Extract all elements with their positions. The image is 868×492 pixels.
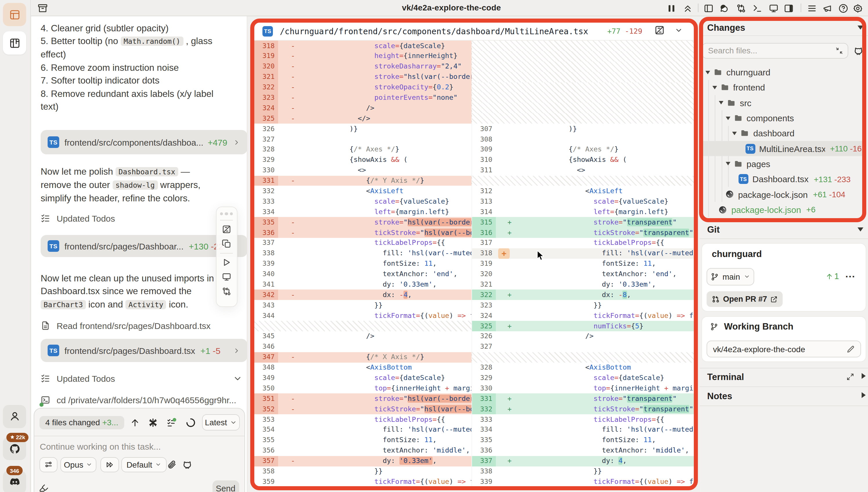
- code-line: fill: 'hsl(var(--muted-foreground))',: [278, 425, 471, 435]
- tree-item-pages[interactable]: pages: [700, 156, 866, 172]
- diff-deleted-cell: 335- stroke="hsl(var(--border))": [254, 217, 471, 227]
- settings-gear-icon[interactable]: [852, 3, 863, 13]
- code-line: scale={dateScale}: [278, 373, 471, 383]
- list-checks-dot-icon[interactable]: [166, 417, 176, 427]
- diff-square-icon[interactable]: [654, 25, 665, 38]
- fast-forward-button[interactable]: [100, 457, 119, 472]
- caret-down-icon[interactable]: [726, 162, 730, 166]
- monitor-icon[interactable]: [769, 3, 779, 13]
- copy-icon: [222, 239, 231, 249]
- caret-down-icon[interactable]: [705, 71, 710, 74]
- github-badge: 22k: [6, 433, 29, 442]
- rail-button-account[interactable]: [3, 405, 26, 428]
- caret-down-icon[interactable]: [712, 86, 717, 89]
- panel-right-filled-icon[interactable]: [784, 3, 794, 13]
- tree-item-churnguard[interactable]: churnguard: [700, 65, 866, 80]
- line-number: 354: [254, 425, 278, 435]
- git-compare-icon[interactable]: [736, 3, 746, 13]
- send-button[interactable]: Send: [212, 481, 239, 492]
- expand-terminal-icon[interactable]: [862, 373, 866, 379]
- diff-context-cell: 312 <AxisLeft: [471, 186, 695, 196]
- file-change-chip[interactable]: TSfrontend/src/components/dashboa...+479: [41, 130, 247, 154]
- composer-settings-button[interactable]: [40, 457, 57, 472]
- tree-item-package-lock-json[interactable]: package-lock.json+61 -104: [700, 187, 866, 202]
- terminal-prompt-icon[interactable]: [752, 3, 762, 13]
- titlebar: vk/4e2a-explore-the-code: [0, 0, 868, 16]
- chevron-right-icon[interactable]: [233, 139, 240, 146]
- collapse-changes-icon[interactable]: [858, 25, 863, 29]
- git-compare-button[interactable]: [218, 284, 235, 299]
- tool-call-row[interactable]: Updated Todos: [41, 212, 242, 224]
- menu-icon[interactable]: [807, 3, 817, 13]
- play-button[interactable]: [218, 255, 235, 270]
- working-branch-input[interactable]: vk/4e2a-explore-the-code: [707, 341, 861, 358]
- tool-call-row[interactable]: Updated Todos: [41, 372, 242, 385]
- folder-icon: [713, 68, 722, 77]
- archive-icon[interactable]: [38, 3, 48, 13]
- panel-left-icon[interactable]: [704, 3, 713, 13]
- search-files-input[interactable]: Search files...: [702, 43, 848, 58]
- minimize-icon[interactable]: [836, 47, 843, 54]
- highlighter-icon[interactable]: [39, 483, 49, 492]
- composer-input[interactable]: Continue working on this task...: [40, 442, 161, 451]
- branch-select[interactable]: main: [707, 268, 754, 285]
- expand-icon[interactable]: [846, 373, 854, 380]
- tool-call-row[interactable]: Read frontend/src/pages/Dashboard.tsx: [41, 320, 242, 332]
- diff-deleted-cell: 320- strokeDasharray="2,4": [254, 62, 471, 72]
- chevron-down-icon[interactable]: [675, 26, 683, 36]
- caret-down-icon[interactable]: [726, 116, 730, 120]
- divider: [700, 405, 868, 406]
- pencil-icon[interactable]: [846, 345, 855, 353]
- pause-icon[interactable]: [666, 3, 676, 13]
- tree-item-src[interactable]: src: [700, 95, 866, 110]
- arrow-up-icon[interactable]: [130, 417, 140, 427]
- add-comment-button[interactable]: +: [498, 248, 510, 259]
- cat-icon[interactable]: [182, 460, 192, 469]
- copy-button[interactable]: [218, 237, 235, 251]
- diff-filler-cell: [471, 82, 695, 93]
- mode-select[interactable]: Default: [121, 457, 167, 472]
- paperclip-icon[interactable]: [167, 460, 177, 470]
- tool-call-row[interactable]: cd /private/var/folders/10/h7w0q46556ggr…: [41, 394, 242, 406]
- collapse-git-icon[interactable]: [858, 227, 863, 231]
- megaphone-icon[interactable]: [823, 3, 832, 13]
- chevron-down-icon[interactable]: [233, 374, 242, 384]
- chat-bubbles-icon[interactable]: [719, 3, 729, 13]
- code-line: fontSize: 11,: [496, 259, 695, 269]
- code-line: />: [496, 331, 695, 342]
- caret-down-icon[interactable]: [732, 132, 737, 135]
- push-ahead-count[interactable]: 1: [826, 272, 839, 281]
- diff-filler-cell: [471, 103, 695, 114]
- more-actions-button[interactable]: ...: [845, 269, 855, 280]
- rail-button-panels-layout[interactable]: [3, 3, 26, 26]
- asterisk-icon[interactable]: [148, 417, 158, 427]
- tree-item-label: package-lock.json: [731, 205, 801, 215]
- tree-item-diff-stats: +131 -233: [814, 174, 850, 183]
- model-select[interactable]: Opus: [60, 457, 96, 472]
- chevron-right-icon[interactable]: [233, 347, 240, 354]
- diff-context-cell: 321 dy: '0.33em',: [471, 279, 695, 290]
- line-number: 325: [254, 113, 278, 124]
- tree-item-dashboard-tsx[interactable]: TSDashboard.tsx+131 -233: [700, 171, 866, 187]
- play-icon: [222, 258, 231, 268]
- monitor-button[interactable]: [218, 270, 235, 284]
- latest-dropdown[interactable]: Latest: [202, 414, 240, 430]
- spinner-icon[interactable]: [186, 417, 196, 427]
- tree-item-components[interactable]: components: [700, 110, 866, 126]
- tree-item-package-lock-json[interactable]: package-lock.json+6: [700, 202, 866, 217]
- help-circle-icon[interactable]: [838, 3, 848, 13]
- open-pr-button[interactable]: Open PR #7: [707, 291, 783, 307]
- expand-notes-icon[interactable]: [862, 392, 866, 398]
- chevrons-up-icon[interactable]: [683, 3, 693, 13]
- rail-button-kanban-board[interactable]: [3, 31, 26, 54]
- cat-icon[interactable]: [853, 46, 863, 55]
- diff-square-button[interactable]: [218, 222, 235, 237]
- tree-item-dashboard[interactable]: dashboard: [700, 126, 866, 141]
- tree-item-frontend[interactable]: frontend: [700, 80, 866, 95]
- caret-down-icon[interactable]: [719, 101, 723, 104]
- tree-item-multilinearea-tsx[interactable]: TSMultiLineArea.tsx+110 -162: [700, 141, 866, 156]
- file-change-chip[interactable]: TSfrontend/src/pages/Dashboard.tsx+1 -5: [41, 339, 247, 362]
- files-changed-chip[interactable]: 4 files changed +3...: [40, 416, 124, 429]
- tree-item-label: dashboard: [753, 128, 795, 139]
- drag-handle-icon[interactable]: [220, 212, 233, 215]
